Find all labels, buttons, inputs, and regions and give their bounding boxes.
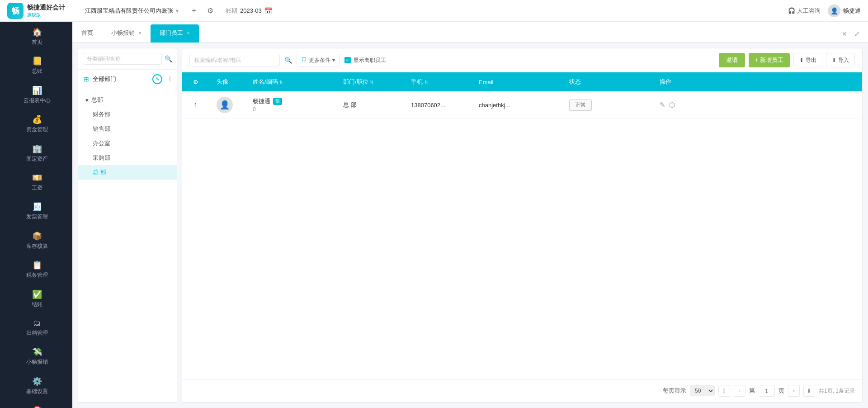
support-button[interactable]: 🎧 人工咨询 bbox=[788, 7, 821, 15]
company-selector[interactable]: 江西服宝精品有限责任公司内账张 ▾ bbox=[85, 7, 179, 15]
assets-icon: 🏢 bbox=[32, 144, 42, 154]
edit-dept-button[interactable]: ✎ bbox=[152, 74, 162, 84]
company-name: 江西服宝精品有限责任公司内账张 bbox=[85, 7, 173, 15]
col-phone[interactable]: 手机 ⇅ bbox=[404, 72, 472, 91]
sidebar-item-basic-settings[interactable]: ⚙️ 基础设置 bbox=[0, 371, 72, 400]
row-actions: ✎ ⬡ bbox=[652, 91, 862, 119]
row-email: chanjethkj... bbox=[472, 91, 562, 119]
period-area: 账期 2023-03 📅 bbox=[226, 7, 272, 15]
row-phone: 138070602... bbox=[404, 91, 472, 119]
show-resigned-label: 显示离职员工 bbox=[354, 57, 386, 64]
add-company-button[interactable]: ＋ bbox=[188, 5, 200, 17]
dept-node-general[interactable]: ▾ 总部 bbox=[78, 93, 177, 107]
dept-node-label: 总 部 bbox=[93, 169, 106, 176]
sidebar-item-label: 固定资产 bbox=[26, 156, 48, 162]
sidebar-item-home[interactable]: 🏠 首页 bbox=[0, 22, 72, 51]
sidebar-item-fixed-assets[interactable]: 🏢 固定资产 bbox=[0, 138, 72, 167]
col-dept-position[interactable]: 部门/职位 ⇅ bbox=[336, 72, 404, 91]
sidebar-item-invoice-mgmt[interactable]: 🧾 发票管理 bbox=[0, 196, 72, 225]
sidebar-item-label: 小畅报销 bbox=[26, 359, 48, 365]
dept-node-finance[interactable]: 财务部 bbox=[78, 107, 177, 122]
header-right: 🎧 人工咨询 👤 畅捷通 bbox=[788, 5, 861, 17]
sidebar-item-general-ledger[interactable]: 📒 总账 bbox=[0, 51, 72, 80]
tab-xiaochangbaoxiao[interactable]: 小畅报销 × bbox=[102, 24, 151, 43]
tab-close-all-button[interactable]: ✕ bbox=[839, 28, 850, 39]
dept-node-sales[interactable]: 销售部 bbox=[78, 122, 177, 136]
dept-node-general-branch[interactable]: 总 部 bbox=[78, 165, 177, 180]
edit-employee-button[interactable]: ✎ bbox=[660, 101, 665, 109]
sort-icon: ⇅ bbox=[370, 80, 373, 85]
table-toolbar: 🔍 ⛉ 更多条件 ▾ ✓ 显示离职员工 邀请 bbox=[182, 48, 862, 72]
page-input[interactable] bbox=[759, 385, 775, 397]
col-actions: 操作 bbox=[652, 72, 862, 91]
support-label: 人工咨询 bbox=[797, 7, 821, 15]
show-resigned-checkbox[interactable]: ✓ bbox=[344, 57, 351, 63]
left-panel: 🔍 ⊞ 全部部门 ✎ 《 ▾ 总部 财务部 bbox=[78, 48, 177, 403]
import-label: 导入 bbox=[838, 57, 849, 64]
sidebar-item-payroll[interactable]: 💴 工资 bbox=[0, 167, 72, 196]
page-size-select[interactable]: 50 10 20 100 bbox=[690, 385, 715, 396]
calendar-icon[interactable]: 📅 bbox=[264, 7, 272, 14]
next-page-button[interactable]: › bbox=[788, 385, 800, 397]
dept-search-icon[interactable]: 🔍 bbox=[165, 55, 172, 62]
export-button[interactable]: ⬆ 导出 bbox=[793, 53, 822, 67]
status-badge: 正常 bbox=[569, 100, 592, 111]
import-icon: ⬇ bbox=[832, 57, 836, 63]
first-page-button[interactable]: ⟪ bbox=[718, 385, 730, 397]
leave-employee-button[interactable]: ⬡ bbox=[669, 101, 675, 109]
sidebar-item-label: 结账 bbox=[32, 301, 42, 308]
dept-tree: ▾ 总部 财务部 销售部 办公室 采购部 bbox=[78, 89, 177, 402]
top-header: 畅 畅捷通好会计 旗舰版 江西服宝精品有限责任公司内账张 ▾ ＋ ⚙ 账期 20… bbox=[0, 0, 868, 22]
tab-close-icon[interactable]: × bbox=[187, 30, 190, 36]
sidebar-item-inventory[interactable]: 📦 库存核算 bbox=[0, 226, 72, 255]
guide-icon: 🎯 bbox=[32, 405, 42, 408]
sort-icon: ⇅ bbox=[279, 80, 283, 85]
dept-node-purchasing[interactable]: 采购部 bbox=[78, 151, 177, 165]
emp-search-input[interactable] bbox=[189, 54, 280, 66]
sidebar-item-closing[interactable]: ✅ 结账 bbox=[0, 284, 72, 313]
settings-button[interactable]: ⚙ bbox=[204, 5, 217, 17]
invite-button[interactable]: 邀请 bbox=[719, 53, 745, 67]
sidebar-item-label: 税务管理 bbox=[26, 272, 48, 278]
collapse-dept-icon[interactable]: 《 bbox=[166, 76, 171, 83]
expense-icon: 💸 bbox=[32, 347, 42, 357]
row-status: 正常 bbox=[562, 91, 652, 119]
ledger-icon: 📒 bbox=[32, 56, 42, 66]
prev-page-button[interactable]: ‹ bbox=[734, 385, 745, 397]
tab-home[interactable]: 首页 bbox=[72, 24, 102, 43]
sidebar-item-fund-mgmt[interactable]: 💰 资金管理 bbox=[0, 109, 72, 138]
sidebar-item-archive-mgmt[interactable]: 🗂 归档管理 bbox=[0, 313, 72, 342]
emp-search-icon[interactable]: 🔍 bbox=[284, 57, 292, 64]
tab-close-icon[interactable]: × bbox=[138, 30, 142, 36]
sidebar-item-label: 发票管理 bbox=[26, 213, 48, 220]
sidebar-item-label: 基础设置 bbox=[26, 388, 48, 394]
user-area[interactable]: 👤 畅捷通 bbox=[828, 5, 861, 17]
import-button[interactable]: ⬇ 导入 bbox=[826, 53, 855, 67]
header-actions: ＋ ⚙ bbox=[188, 5, 217, 17]
add-employee-button[interactable]: + 新增员工 bbox=[749, 53, 790, 67]
dept-node-label: 办公室 bbox=[93, 140, 110, 147]
sidebar-item-label: 归档管理 bbox=[26, 330, 48, 336]
closing-icon: ✅ bbox=[32, 289, 42, 299]
app-title: 畅捷通好会计 bbox=[27, 4, 65, 12]
report-icon: 📊 bbox=[32, 85, 42, 95]
more-filter-button[interactable]: ⛉ 更多条件 ▾ bbox=[297, 54, 340, 67]
dept-search-input[interactable] bbox=[83, 53, 162, 65]
sidebar-item-report-center[interactable]: 📊 云报表中心 bbox=[0, 80, 72, 109]
table-row: 1 👤 畅捷通 部 bbox=[182, 91, 862, 119]
last-page-button[interactable]: ⟫ bbox=[803, 385, 815, 397]
sidebar-item-tax-mgmt[interactable]: 📋 税务管理 bbox=[0, 255, 72, 284]
app-subtitle: 旗舰版 bbox=[27, 12, 65, 18]
dept-node-office[interactable]: 办公室 bbox=[78, 136, 177, 151]
tax-icon: 📋 bbox=[32, 260, 42, 270]
employee-name: 畅捷通 部 bbox=[253, 97, 329, 105]
sidebar: 🏠 首页 📒 总账 📊 云报表中心 💰 资金管理 🏢 固定资产 💴 工资 🧾 发… bbox=[0, 22, 72, 408]
dept-badge: 部 bbox=[273, 98, 282, 105]
tab-maximize-button[interactable]: ⤢ bbox=[852, 28, 863, 39]
col-name-code[interactable]: 姓名/编码 ⇅ bbox=[245, 72, 336, 91]
sidebar-item-xiaochangbaoxiao[interactable]: 💸 小畅报销 bbox=[0, 342, 72, 370]
tab-bumenrengong[interactable]: 部门员工 × bbox=[151, 24, 199, 43]
tab-controls: ✕ ⤢ bbox=[834, 28, 868, 42]
sidebar-item-new-guide[interactable]: 🎯 新手引导 bbox=[0, 400, 72, 408]
toolbar-right: 邀请 + 新增员工 ⬆ 导出 ⬇ 导入 bbox=[719, 53, 855, 67]
